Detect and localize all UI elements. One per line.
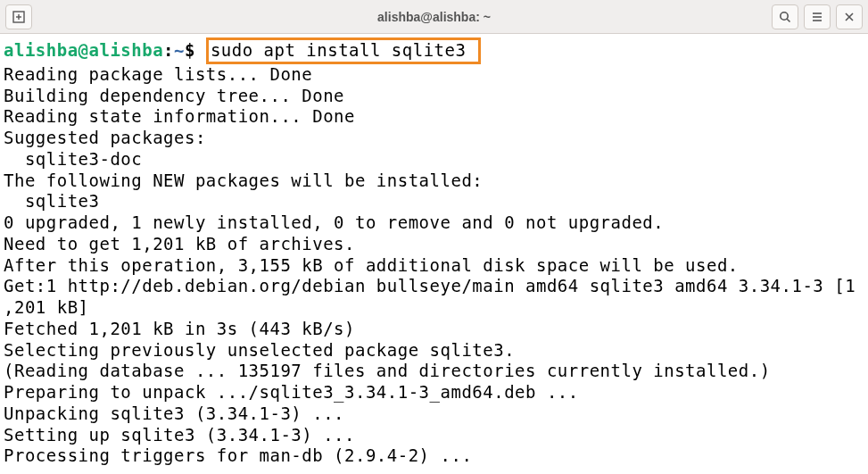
prompt-user-host: alishba@alishba: [4, 40, 163, 60]
search-button[interactable]: [772, 4, 798, 29]
svg-point-3: [781, 12, 788, 19]
terminal-output[interactable]: alishba@alishba:~$ sudo apt install sqli…: [0, 34, 868, 467]
window-title: alishba@alishba: ~: [0, 10, 868, 24]
prompt-symbol: $: [185, 40, 195, 60]
prompt-path: ~: [174, 40, 185, 60]
command-text: sudo apt install sqlite3: [211, 40, 467, 60]
close-button[interactable]: [836, 4, 863, 29]
new-tab-button[interactable]: [5, 4, 32, 29]
window-titlebar: alishba@alishba: ~: [0, 0, 868, 34]
new-tab-icon: [12, 10, 26, 24]
close-icon: [843, 11, 856, 23]
command-highlight: sudo apt install sqlite3: [206, 37, 482, 64]
svg-line-4: [787, 19, 789, 21]
hamburger-icon: [810, 10, 824, 24]
prompt-colon: :: [163, 40, 174, 60]
output-lines: Reading package lists... Done Building d…: [4, 64, 856, 466]
menu-button[interactable]: [804, 4, 831, 29]
search-icon: [778, 10, 792, 24]
